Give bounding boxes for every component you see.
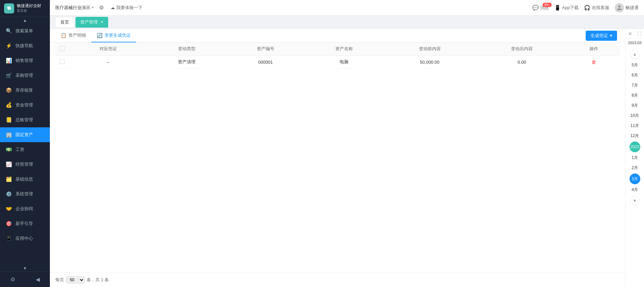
calendar-month-3-current[interactable]: 3月 <box>630 173 640 184</box>
calendar-month-10[interactable]: 10月 <box>627 111 643 121</box>
delete-btn[interactable]: 🗑 <box>591 59 596 65</box>
cell-action[interactable]: 🗑 <box>568 56 620 69</box>
calendar-scroll-down-btn[interactable]: ▼ <box>630 196 640 205</box>
sidebar-item-purchase[interactable]: 🛒 采购管理 <box>0 68 50 83</box>
side-panel-close-btn[interactable]: ✕ <box>628 31 632 36</box>
header-left: 医疗器械行业演示 ▾ ⚙ ☁ 我要体验一下 <box>55 4 532 11</box>
asset-detail-icon: 📋 <box>61 33 66 38</box>
select-all-checkbox[interactable] <box>60 46 65 51</box>
tab-home[interactable]: 首页 <box>55 17 74 28</box>
sidebar: 畅 畅捷通好业财 普及版 ▲ 🔍 搜索菜单 ⚡ 快捷导航 📊 销售管理 🛒 采购… <box>0 0 50 287</box>
customer-service-icon: 🎧 <box>584 5 590 11</box>
quick-nav-icon: ⚡ <box>5 42 12 49</box>
sidebar-item-salary[interactable]: 💵 工资 <box>0 142 50 157</box>
sidebar-collapse-btn[interactable]: ◀ <box>36 276 40 283</box>
sidebar-item-basic-info[interactable]: 🗂️ 基础信息 <box>0 172 50 187</box>
company-selector[interactable]: 医疗器械行业演示 ▾ <box>55 5 94 11</box>
main-panel: 📋 资产明细 🔄 变更生成凭证 生成凭证 ▾ <box>50 29 625 287</box>
header: 医疗器械行业演示 ▾ ⚙ ☁ 我要体验一下 💬 消息 99+ 📱 App下载 🎧… <box>50 0 644 15</box>
table-row: -- 资产清理 000001 电脑 50,000.00 0.00 🗑 <box>55 56 620 69</box>
calendar-month-8[interactable]: 8月 <box>627 91 643 100</box>
col-voucher: 对应凭证 <box>69 42 148 56</box>
calendar-month-9[interactable]: 9月 <box>627 101 643 110</box>
tab-close-icon[interactable]: ✕ <box>100 20 103 24</box>
cell-after-change: 0.00 <box>476 56 568 69</box>
sidebar-settings-btn[interactable]: ⚙ <box>10 276 15 283</box>
enterprise-icon: 🤝 <box>5 205 12 212</box>
calendar-month-5[interactable]: 5月 <box>627 60 643 70</box>
funds-icon: 💰 <box>5 102 12 108</box>
sub-tab-asset-detail[interactable]: 📋 资产明细 <box>55 29 91 42</box>
col-after-change: 变动后内容 <box>476 42 568 56</box>
tab-asset-mgmt[interactable]: 资产管理 ✕ <box>75 17 108 28</box>
row-checkbox[interactable] <box>60 59 65 64</box>
sidebar-item-quick-nav[interactable]: ⚡ 快捷导航 <box>0 38 50 53</box>
app-center-icon: 📱 <box>5 235 12 242</box>
calendar-scroll: ▲ 5月 6月 7月 8月 9月 10月 11月 12月 2023 1月 2月 … <box>625 47 644 287</box>
calendar-month-4[interactable]: 4月 <box>627 185 643 195</box>
calendar-month-7[interactable]: 7月 <box>627 81 643 90</box>
customer-service-btn[interactable]: 🎧 在线客服 <box>584 5 609 11</box>
col-asset-code: 资产编号 <box>226 42 305 56</box>
app-download-icon: 📱 <box>554 5 561 11</box>
per-page-select[interactable]: 50 10 20 100 <box>66 276 85 284</box>
sidebar-item-funds[interactable]: 💰 资金管理 <box>0 98 50 113</box>
sidebar-item-system[interactable]: ⚙️ 系统管理 <box>0 187 50 201</box>
sidebar-item-guide[interactable]: 🎯 新手引导 <box>0 216 50 231</box>
sidebar-bottom: ⚙ ◀ <box>0 272 50 287</box>
calendar-scroll-up-btn[interactable]: ▲ <box>630 50 640 59</box>
basic-info-icon: 🗂️ <box>5 176 12 183</box>
message-icon: 💬 <box>532 5 539 11</box>
purchase-icon: 🛒 <box>5 72 12 79</box>
logo-icon: 畅 <box>4 3 14 13</box>
sidebar-logo: 畅 畅捷通好业财 普及版 <box>0 0 50 17</box>
sales-icon: 📊 <box>5 57 12 64</box>
main-content: 医疗器械行业演示 ▾ ⚙ ☁ 我要体验一下 💬 消息 99+ 📱 App下载 🎧… <box>50 0 644 287</box>
calendar-month-6[interactable]: 6月 <box>627 70 643 80</box>
generate-voucher-btn[interactable]: 生成凭证 ▾ <box>586 31 617 41</box>
sub-tabs: 📋 资产明细 🔄 变更生成凭证 生成凭证 ▾ <box>50 29 625 42</box>
sidebar-item-inventory[interactable]: 📦 库存核算 <box>0 83 50 98</box>
sidebar-item-app-center[interactable]: 📱 应用中心 <box>0 231 50 246</box>
sidebar-scroll-up[interactable]: ▲ <box>0 17 50 24</box>
sidebar-item-enterprise[interactable]: 🤝 企业协同 <box>0 201 50 216</box>
side-calendar-panel: ✕ ⛶ 2023.03 ▲ 5月 6月 7月 8月 9月 10月 11月 12月… <box>625 29 644 287</box>
change-voucher-icon: 🔄 <box>97 33 102 38</box>
calendar-month-2[interactable]: 2月 <box>627 163 643 173</box>
feedback-btn[interactable]: ☁ 我要体验一下 <box>111 5 143 11</box>
app-download-btn[interactable]: 📱 App下载 <box>554 5 579 11</box>
cloud-icon: ☁ <box>111 5 115 10</box>
tabs-bar: 首页 资产管理 ✕ <box>50 15 644 29</box>
user-avatar-btn[interactable]: 畅捷通 <box>615 3 639 12</box>
message-btn[interactable]: 💬 消息 99+ <box>532 5 549 11</box>
operations-icon: 📈 <box>5 161 12 168</box>
header-right: 💬 消息 99+ 📱 App下载 🎧 在线客服 畅捷通 <box>532 3 639 12</box>
cell-asset-code: 000001 <box>226 56 305 69</box>
guide-icon: 🎯 <box>5 220 12 227</box>
company-arrow-icon: ▾ <box>92 5 94 10</box>
sub-tab-change-voucher[interactable]: 🔄 变更生成凭证 <box>91 29 136 42</box>
sidebar-item-fixed-assets[interactable]: 🏢 固定资产 <box>0 127 50 142</box>
total-label: 条，共 1 条 <box>87 277 109 283</box>
sidebar-item-search[interactable]: 🔍 搜索菜单 <box>0 24 50 38</box>
sidebar-item-operations[interactable]: 📈 经营管理 <box>0 157 50 172</box>
calendar-month-1[interactable]: 1月 <box>627 153 643 163</box>
sidebar-item-ledger[interactable]: 📒 总账管理 <box>0 113 50 127</box>
row-checkbox-cell[interactable] <box>55 56 69 69</box>
avatar <box>615 3 624 12</box>
sidebar-menu: 🔍 搜索菜单 ⚡ 快捷导航 📊 销售管理 🛒 采购管理 📦 库存核算 💰 资金管… <box>0 24 50 265</box>
calendar-month-11[interactable]: 11月 <box>627 121 643 131</box>
system-icon: ⚙️ <box>5 191 12 197</box>
side-panel-header: ✕ ⛶ <box>625 29 644 39</box>
dropdown-icon: ▾ <box>610 33 612 38</box>
header-settings-icon[interactable]: ⚙ <box>99 4 104 11</box>
sidebar-scroll-down[interactable]: ▼ <box>0 265 50 272</box>
side-panel-expand-btn[interactable]: ⛶ <box>637 31 641 36</box>
calendar-month-12[interactable]: 12月 <box>627 131 643 141</box>
sidebar-item-sales[interactable]: 📊 销售管理 <box>0 53 50 68</box>
calendar-year-2023[interactable]: 2023 <box>630 141 640 152</box>
ledger-icon: 📒 <box>5 117 12 123</box>
inventory-icon: 📦 <box>5 87 12 94</box>
select-all-header[interactable] <box>55 42 69 56</box>
cell-voucher: -- <box>69 56 148 69</box>
